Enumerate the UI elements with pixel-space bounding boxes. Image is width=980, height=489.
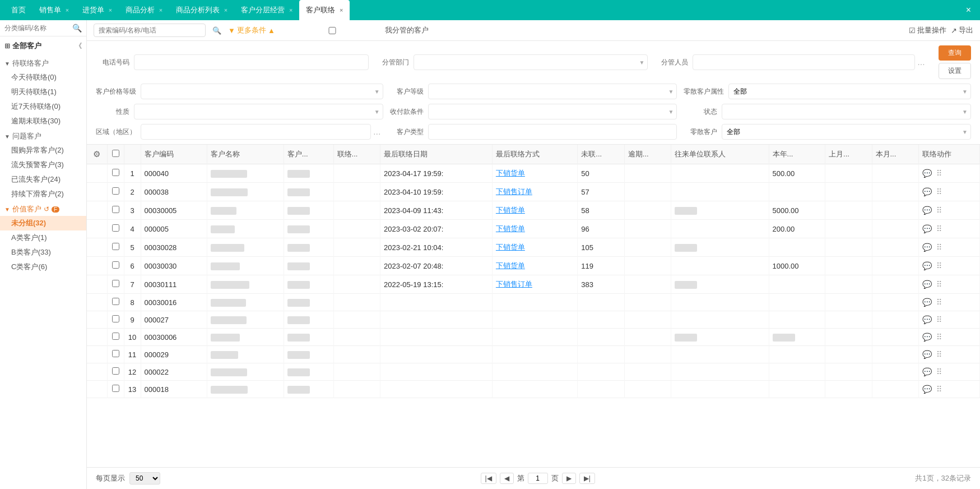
sidebar-item-ungrouped[interactable]: 未分组(32) — [0, 216, 86, 230]
action-chat-icon-0[interactable]: 💬 — [922, 169, 932, 178]
sidebar-search-icon[interactable]: 🔍 — [72, 24, 82, 33]
batch-op-button[interactable]: ☑ 批量操作 — [909, 25, 946, 35]
action-more-icon-10[interactable]: ⠿ — [936, 350, 942, 359]
nav-tab-analysis-list[interactable]: 商品分析列表 × — [169, 0, 234, 20]
last-page-button[interactable]: ▶| — [579, 473, 595, 484]
row-checkbox-8[interactable] — [112, 315, 119, 322]
close-analysis-icon[interactable]: × — [159, 7, 162, 13]
sidebar-section-problem[interactable]: ▼ 问题客户 — [0, 128, 86, 143]
my-customers-checkbox-label[interactable]: 我分管的客户 — [282, 25, 429, 35]
row-checkbox-4[interactable] — [112, 243, 119, 250]
next-page-button[interactable]: ▶ — [562, 473, 576, 484]
close-salesorder-icon[interactable]: × — [66, 7, 69, 13]
nav-tab-analysis[interactable]: 商品分析 × — [119, 0, 169, 20]
filter-status-select[interactable] — [722, 104, 971, 119]
per-page-select[interactable]: 50 100 200 — [129, 472, 160, 485]
more-conditions-button[interactable]: ▼ 更多条件 ▲ — [228, 25, 275, 35]
sidebar-item-declining[interactable]: 持续下滑客户(2) — [0, 187, 86, 201]
action-chat-icon-2[interactable]: 💬 — [922, 206, 932, 215]
action-chat-icon-6[interactable]: 💬 — [922, 280, 932, 289]
action-chat-icon-4[interactable]: 💬 — [922, 243, 932, 252]
my-customers-checkbox[interactable] — [282, 27, 383, 34]
row-checkbox-3[interactable] — [112, 224, 119, 232]
action-chat-icon-9[interactable]: 💬 — [922, 333, 932, 342]
filter-manager-input[interactable] — [693, 54, 915, 70]
sidebar-item-warn-lost[interactable]: 流失预警客户(3) — [0, 158, 86, 172]
filter-price-grade-select[interactable] — [141, 84, 383, 99]
sidebar-item-tomorrow[interactable]: 明天待联络(1) — [0, 85, 86, 99]
action-chat-icon-11[interactable]: 💬 — [922, 367, 932, 376]
sidebar-search-input[interactable] — [4, 24, 70, 32]
filter-dept-select[interactable] — [414, 54, 648, 70]
action-more-icon-11[interactable]: ⠿ — [936, 367, 942, 376]
action-more-icon-3[interactable]: ⠿ — [936, 224, 942, 233]
table-settings-button[interactable]: ⚙ — [93, 149, 100, 159]
action-more-icon-7[interactable]: ⠿ — [936, 298, 942, 307]
action-more-icon-4[interactable]: ⠿ — [936, 243, 942, 252]
page-number-input[interactable] — [528, 473, 548, 484]
row-checkbox-5[interactable] — [112, 261, 119, 269]
row-checkbox-9[interactable] — [112, 333, 119, 340]
reset-button[interactable]: 设置 — [939, 63, 971, 79]
select-all-checkbox[interactable] — [112, 150, 119, 157]
last-way-link-3[interactable]: 下销货单 — [496, 224, 525, 233]
action-more-icon-9[interactable]: ⠿ — [936, 333, 942, 342]
action-chat-icon-8[interactable]: 💬 — [922, 315, 932, 324]
prev-page-button[interactable]: ◀ — [500, 473, 514, 484]
nav-tab-salesorder[interactable]: 销售单 × — [32, 0, 76, 20]
action-chat-icon-3[interactable]: 💬 — [922, 224, 932, 233]
close-contact-icon[interactable]: × — [340, 7, 343, 13]
sidebar-item-lost[interactable]: 已流失客户(24) — [0, 172, 86, 187]
sidebar-section-pending[interactable]: ▼ 待联络客户 — [0, 56, 86, 70]
row-checkbox-2[interactable] — [112, 206, 119, 213]
last-way-link-2[interactable]: 下销货单 — [496, 206, 525, 214]
sidebar-section-value[interactable]: ▼ 价值客户 ↺ F — [0, 201, 86, 216]
row-checkbox-7[interactable] — [112, 298, 119, 305]
filter-nature-select[interactable] — [134, 104, 383, 119]
action-more-icon-0[interactable]: ⠿ — [936, 169, 942, 178]
row-checkbox-10[interactable] — [112, 350, 119, 357]
filter-customer-type-input[interactable] — [428, 124, 677, 140]
nav-tab-customer-segmentation[interactable]: 客户分层经营 × — [234, 0, 299, 20]
export-button[interactable]: ↗ 导出 — [951, 25, 973, 35]
nav-tab-purchase[interactable]: 进货单 × — [76, 0, 119, 20]
query-button[interactable]: 查询 — [939, 45, 971, 61]
sidebar-item-7days[interactable]: 近7天待联络(0) — [0, 99, 86, 114]
first-page-button[interactable]: |◀ — [481, 473, 496, 484]
row-checkbox-6[interactable] — [112, 280, 119, 287]
close-all-tabs-button[interactable]: × — [962, 5, 976, 15]
row-checkbox-12[interactable] — [112, 385, 119, 392]
filter-phone-input[interactable] — [134, 54, 369, 70]
sidebar-item-today[interactable]: 今天待联络(0) — [0, 70, 86, 85]
action-more-icon-2[interactable]: ⠿ — [936, 206, 942, 215]
sidebar-item-class-b[interactable]: B类客户(33) — [0, 245, 86, 260]
filter-region-more-icon[interactable]: … — [371, 127, 383, 136]
filter-zero-customer-select[interactable]: 全部 — [722, 124, 971, 140]
action-chat-icon-7[interactable]: 💬 — [922, 298, 932, 307]
row-checkbox-11[interactable] — [112, 367, 119, 375]
last-way-link-1[interactable]: 下销售订单 — [496, 187, 532, 196]
close-analysis-list-icon[interactable]: × — [224, 7, 227, 13]
action-chat-icon-1[interactable]: 💬 — [922, 187, 932, 196]
last-way-link-6[interactable]: 下销售订单 — [496, 280, 532, 288]
nav-tab-customer-contact[interactable]: 客户联络 × — [299, 0, 350, 20]
action-more-icon-5[interactable]: ⠿ — [936, 261, 942, 270]
filter-payment-select[interactable] — [428, 104, 677, 119]
close-purchase-icon[interactable]: × — [109, 7, 112, 13]
search-button[interactable]: 🔍 — [212, 26, 221, 35]
close-segmentation-icon[interactable]: × — [289, 7, 292, 13]
nav-home[interactable]: 首页 — [4, 0, 32, 20]
filter-zero-attr-select[interactable]: 全部 — [728, 84, 971, 99]
sidebar-item-class-c[interactable]: C类客户(6) — [0, 260, 86, 274]
filter-customer-grade-select[interactable] — [428, 84, 677, 99]
reload-icon[interactable]: ↺ — [44, 205, 49, 213]
sidebar-item-overdue[interactable]: 逾期未联络(30) — [0, 114, 86, 128]
row-checkbox-0[interactable] — [112, 169, 119, 176]
last-way-link-4[interactable]: 下销货单 — [496, 243, 525, 251]
action-more-icon-8[interactable]: ⠿ — [936, 315, 942, 324]
action-chat-icon-10[interactable]: 💬 — [922, 350, 932, 359]
action-more-icon-6[interactable]: ⠿ — [936, 280, 942, 289]
sidebar-item-class-a[interactable]: A类客户(1) — [0, 230, 86, 245]
filter-manager-more-icon[interactable]: … — [915, 58, 927, 67]
sidebar-all-customers[interactable]: ⊞ 全部客户 《 — [0, 36, 86, 56]
